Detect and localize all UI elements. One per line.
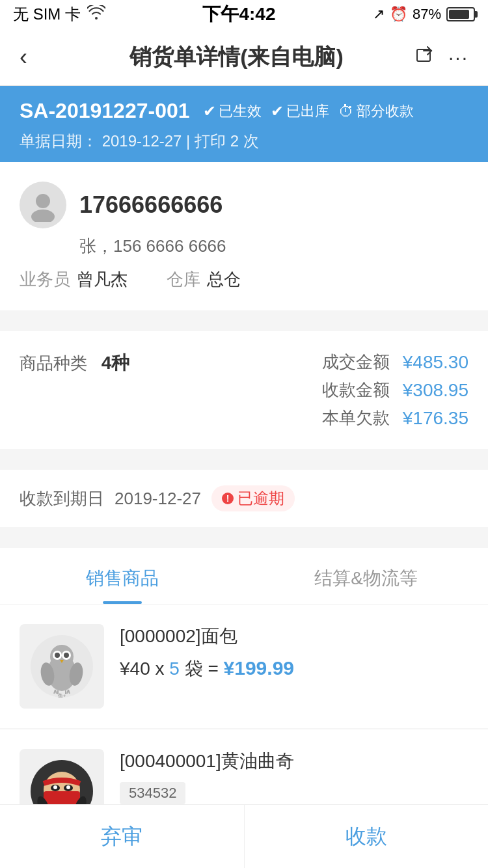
page-title: 销货单详情(来自电脑) [59,42,414,72]
wifi-icon [87,5,105,23]
warehouse-name: 总仓 [207,268,241,291]
debt-row: 本单欠款 ¥176.35 [322,407,468,429]
trading-amount: ¥485.30 [403,352,468,373]
order-number: SA-20191227-001 [20,99,190,123]
back-button[interactable]: ‹ [20,44,59,71]
product-name-1: [0000002]面包 [120,624,468,649]
svg-point-18 [53,785,57,789]
share-icon[interactable] [414,44,435,70]
status-right: ↗ ⏰ 87% [373,6,475,23]
qty-1: 5 [169,658,184,679]
collection-amount: ¥308.95 [403,380,468,401]
svg-point-19 [66,785,70,789]
status-time: 下午4:42 [202,2,275,27]
confirm-button[interactable]: 收款 [245,805,489,868]
separator-1 [0,310,488,321]
bottom-bar: 弃审 收款 [0,804,488,868]
status-bar: 无 SIM 卡 下午4:42 ↗ ⏰ 87% [0,0,488,29]
svg-point-2 [31,210,55,222]
cancel-button[interactable]: 弃审 [0,805,245,868]
nav-bar: ‹ 销货单详情(来自电脑) ··· [0,29,488,86]
overdue-dot-icon: ! [222,493,234,504]
header-banner: SA-20191227-001 ✔ 已生效 ✔ 已出库 ⏱ 部分收款 单据日期：… [0,86,488,162]
product-image-1: 鱼+ [20,624,104,709]
total-1: ¥199.99 [224,657,294,679]
collection-amount-row: 收款金额 ¥308.95 [322,379,468,401]
due-date: 2019-12-27 [115,489,201,509]
print-info: | 打印 2 次 [186,132,259,150]
nav-actions: ··· [414,44,468,70]
staff-item: 业务员 曾凡杰 [20,268,128,291]
svg-point-9 [64,653,69,658]
price-base-1: ¥40 [120,658,150,679]
stats-section: 商品种类 4种 成交金额 ¥485.30 收款金额 ¥308.95 本单欠款 ¥… [0,331,488,449]
more-icon[interactable]: ··· [448,46,468,68]
separator-2 [0,449,488,459]
warehouse-item: 仓库 总仓 [167,268,241,291]
order-date: 2019-12-27 [102,132,182,150]
check-icon-effective: ✔ [203,102,216,120]
product-item: 鱼+ [0000002]面包 ¥40 x 5 袋 = ¥199.99 [0,604,488,728]
staff-name: 曾凡杰 [77,268,128,291]
check-icon-shipped: ✔ [271,102,284,120]
product-price-1: ¥40 x 5 袋 = ¥199.99 [120,657,468,681]
tab-settlement[interactable]: 结算&物流等 [244,548,488,604]
trading-label: 成交金额 [322,351,390,373]
product-type-stats: 商品种类 4种 [20,351,129,375]
product-name-2: [000400001]黄油曲奇 [120,749,468,774]
customer-avatar [20,182,66,228]
carrier-text: 无 SIM 卡 [13,4,81,25]
alarm-icon: ⏰ [390,6,407,23]
customer-section: 17666666666 张，156 6666 6666 业务员 曾凡杰 仓库 总… [0,162,488,310]
date-label: 单据日期： [20,132,98,150]
due-label: 收款到期日 [20,487,104,510]
collection-label: 收款金额 [322,379,390,401]
svg-point-8 [55,653,60,658]
badge-payment: ⏱ 部分收款 [338,102,414,121]
tabs-section: 销售商品 结算&物流等 [0,548,488,604]
clock-icon: ⏱ [338,102,354,120]
tab-sales-products[interactable]: 销售商品 [0,548,244,604]
product-info-1: [0000002]面包 ¥40 x 5 袋 = ¥199.99 [120,624,468,681]
debt-amount: ¥176.35 [403,408,468,429]
staff-warehouse-row: 业务员 曾凡杰 仓库 总仓 [20,268,468,291]
status-badges: ✔ 已生效 ✔ 已出库 ⏱ 部分收款 [203,102,414,121]
staff-label: 业务员 [20,268,70,291]
customer-id: 17666666666 [79,191,223,219]
type-count: 4种 [102,353,130,373]
overdue-badge: ! 已逾期 [211,485,295,511]
product-tag-2: 534532 [120,782,185,804]
warehouse-label: 仓库 [167,268,200,291]
svg-point-1 [36,194,50,208]
overdue-text: 已逾期 [237,488,284,509]
battery-percent: 87% [413,6,441,23]
customer-name-phone: 张，156 6666 6666 [20,235,468,258]
separator-3 [0,527,488,537]
status-left: 无 SIM 卡 [13,4,105,25]
location-icon: ↗ [373,6,385,23]
trading-amount-row: 成交金额 ¥485.30 [322,351,468,373]
debt-label: 本单欠款 [322,407,390,429]
battery-icon [446,7,475,21]
header-date-info: 单据日期： 2019-12-27 | 打印 2 次 [20,131,468,152]
badge-effective: ✔ 已生效 [203,102,262,121]
svg-text:鱼+: 鱼+ [58,693,66,699]
badge-shipped: ✔ 已出库 [271,102,329,121]
type-label: 商品种类 [20,353,87,373]
amount-stats: 成交金额 ¥485.30 收款金额 ¥308.95 本单欠款 ¥176.35 [322,351,468,429]
due-date-section: 收款到期日 2019-12-27 ! 已逾期 [0,470,488,527]
